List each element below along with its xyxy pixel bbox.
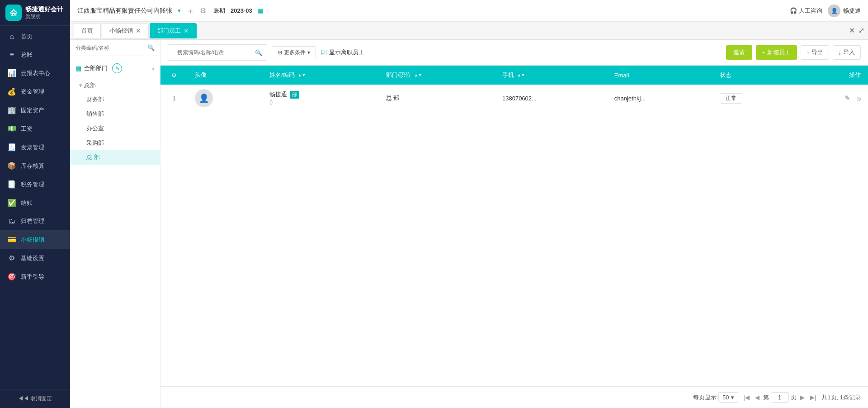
page-size-dropdown[interactable]: 50 ▾ [718, 392, 738, 403]
tab-close-all-button[interactable]: ✕ [849, 26, 855, 35]
dept-all-item[interactable]: ▦ 全部部门 ✎ « [70, 60, 160, 77]
sidebar-item-invoice[interactable]: 🧾 发票管理 [0, 138, 70, 157]
dept-badge: 部 [290, 91, 299, 99]
dept-child-sales[interactable]: 销售部 [70, 107, 160, 121]
dept-collapse-button[interactable]: « [151, 65, 155, 72]
row-actions: ✎ ⎋ [797, 85, 868, 112]
sidebar-item-checkout[interactable]: ✅ 结账 [0, 194, 70, 212]
page-navigation: |◀ ◀ 第 页 ▶ ▶| [742, 392, 818, 403]
topbar-gear-icon[interactable]: ⚙ [200, 6, 206, 15]
checkbox-icon: ☑ [321, 48, 327, 57]
tab-expand-button[interactable]: ⤢ [859, 26, 864, 35]
first-page-button[interactable]: |◀ [742, 393, 751, 402]
invite-button[interactable]: 邀请 [726, 45, 752, 60]
sidebar-item-general-ledger[interactable]: ≡ 总账 [0, 46, 70, 64]
import-button[interactable]: ↓ 导入 [833, 45, 861, 60]
col-phone[interactable]: 手机 ▲▼ [495, 66, 607, 85]
filter-icon: ⊟ [278, 49, 282, 56]
sidebar-item-guide[interactable]: 🎯 新手引导 [0, 267, 70, 286]
username-label: 畅捷通 [843, 7, 861, 15]
filter-button[interactable]: ⊟ 更多条件 ▾ [272, 46, 316, 59]
sidebar-item-inventory[interactable]: 📦 库存核算 [0, 157, 70, 175]
tab-expense[interactable]: 小畅报销 ✕ [102, 23, 149, 38]
employee-search-icon[interactable]: 🔍 [255, 49, 262, 56]
sidebar-item-tax[interactable]: 📑 税务管理 [0, 175, 70, 194]
tab-home[interactable]: 首页 [74, 23, 101, 38]
show-resigned-label: 显示离职员工 [329, 48, 364, 57]
company-dropdown-icon[interactable]: ▾ [178, 7, 181, 14]
sidebar-item-archive[interactable]: 🗂 归档管理 [0, 212, 70, 230]
employee-search-box: 🔍 [168, 44, 267, 61]
dept-search-icon[interactable]: 🔍 [147, 44, 155, 51]
add-employee-button[interactable]: + 新增员工 [756, 45, 797, 60]
person-icon: 👤 [199, 93, 209, 103]
service-button[interactable]: 🎧 人工咨询 [790, 7, 822, 15]
dept-grid-icon: ▦ [75, 65, 81, 72]
dept-search-box: 🔍 [70, 40, 160, 56]
sidebar-item-assets[interactable]: 🏢 固定资产 [0, 101, 70, 119]
sidebar-item-home[interactable]: ⌂ 首页 [0, 28, 70, 46]
sidebar-item-fund[interactable]: 💰 资金管理 [0, 82, 70, 101]
show-resigned-checkbox[interactable]: ☑ 显示离职员工 [321, 48, 364, 57]
sidebar-item-settings[interactable]: ⚙ 基础设置 [0, 249, 70, 267]
main-area: 江西服宝精品有限责任公司内账张 ▾ ＋ ⚙ 账期 2023-03 ▦ 🎧 人工咨… [70, 0, 868, 408]
content-area: 🔍 ▦ 全部部门 ✎ « ▾总部 财务部 销售部 办公室 采购部 总 [70, 40, 868, 408]
employee-search-input[interactable] [173, 47, 252, 58]
dept-child-finance[interactable]: 财务部 [70, 92, 160, 107]
avatar-icon: 👤 [831, 8, 838, 14]
page-size-value: 50 [722, 394, 729, 401]
col-settings[interactable]: ⚙ [160, 66, 188, 85]
prev-page-button[interactable]: ◀ [753, 393, 761, 402]
checkout-icon: ✅ [7, 199, 16, 207]
tabs-actions: ✕ ⤢ [849, 26, 864, 35]
tab-dept-close-icon[interactable]: ✕ [184, 27, 189, 34]
tab-expense-close-icon[interactable]: ✕ [136, 27, 141, 34]
sidebar-nav: ⌂ 首页 ≡ 总账 📊 云报表中心 💰 资金管理 🏢 固定资产 💵 工资 🧾 发… [0, 26, 70, 389]
sidebar-item-label: 固定资产 [21, 106, 44, 114]
sidebar-item-label: 工资 [21, 125, 33, 133]
period-value: 2023-03 [231, 7, 252, 14]
sidebar-logo: 会 畅捷通好会计 旗舰版 [0, 0, 70, 26]
sidebar-item-label: 首页 [21, 33, 33, 41]
next-page-button[interactable]: ▶ [798, 393, 807, 402]
tax-icon: 📑 [7, 180, 16, 189]
user-menu[interactable]: 👤 畅捷通 [828, 5, 861, 17]
export-button[interactable]: ↑ 导出 [801, 45, 829, 60]
app-logo-icon: 会 [5, 5, 22, 21]
sort-phone-icon: ▲▼ [517, 73, 525, 77]
row-avatar-cell: 👤 [188, 85, 262, 112]
sidebar-item-salary[interactable]: 💵 工资 [0, 119, 70, 138]
page-size-chevron-icon: ▾ [731, 394, 734, 401]
table-row: 1 👤 畅捷通 部 [160, 85, 868, 112]
sidebar-item-label: 小畅报销 [21, 236, 44, 244]
col-dept[interactable]: 部门/职位 ▲▼ [379, 66, 495, 85]
sidebar-item-expense[interactable]: 💳 小畅报销 [0, 230, 70, 249]
dept-parent-hq[interactable]: ▾总部 [70, 79, 160, 92]
dept-edit-button[interactable]: ✎ [112, 63, 122, 73]
tab-department[interactable]: 部门员工 ✕ [150, 23, 197, 38]
col-name[interactable]: 姓名/编码 ▲▼ [262, 66, 378, 85]
row-name-cell: 畅捷通 部 0 [262, 85, 378, 112]
page-number-input[interactable] [771, 392, 789, 403]
sidebar-item-cloud-report[interactable]: 📊 云报表中心 [0, 64, 70, 82]
calendar-icon[interactable]: ▦ [258, 7, 263, 14]
user-avatar: 👤 [828, 5, 840, 17]
guide-icon: 🎯 [7, 272, 16, 281]
sidebar-item-label: 基础设置 [21, 254, 44, 262]
last-page-button[interactable]: ▶| [808, 393, 818, 402]
employee-code: 0 [269, 100, 371, 106]
dept-child-office[interactable]: 办公室 [70, 121, 160, 136]
edit-button[interactable]: ✎ [844, 94, 850, 102]
add-company-button[interactable]: ＋ [186, 5, 194, 16]
ledger-icon: ≡ [7, 51, 16, 59]
dept-child-purchase[interactable]: 采购部 [70, 136, 160, 150]
sidebar-unpin-button[interactable]: ◀◀ 取消固定 [0, 389, 70, 408]
logout-button[interactable]: ⎋ [857, 95, 861, 102]
row-status: 正常 [712, 85, 797, 112]
tab-dept-label: 部门员工 [157, 27, 181, 35]
dept-search-input[interactable] [75, 45, 145, 51]
expense-icon: 💳 [7, 235, 16, 244]
employee-panel: 🔍 ⊟ 更多条件 ▾ ☑ 显示离职员工 邀请 + 新增员工 ↑ 导出 [160, 40, 868, 408]
dept-child-general[interactable]: 总 部 [70, 150, 160, 165]
pagination-bar: 每页显示 50 ▾ |◀ ◀ 第 页 ▶ ▶| 共1页, 1条记录 [160, 386, 868, 408]
